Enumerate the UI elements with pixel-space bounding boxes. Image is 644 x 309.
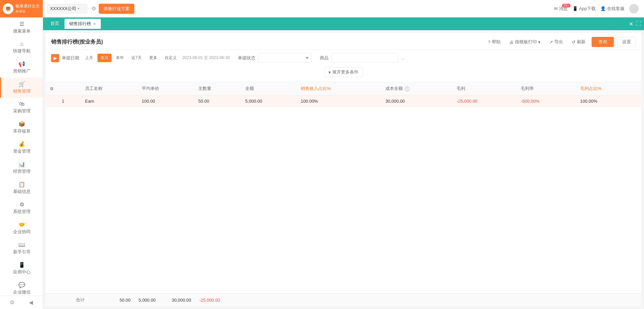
sidebar-item-label: 资金管理 — [13, 148, 31, 154]
app-icon: 📱 — [572, 6, 578, 11]
sidebar-settings-icon[interactable]: ⚙ — [10, 299, 14, 306]
tab-sales-ranking[interactable]: 销售排行榜 ✕ — [65, 19, 101, 29]
td-sales-pct: 100.00% — [297, 95, 381, 107]
date-btn-group: 上月 本月 本年 近7天 更多 自定义 — [82, 54, 180, 62]
company-name: XXXXXX公司 — [50, 6, 76, 12]
date-7days-btn[interactable]: 近7天 — [128, 54, 145, 62]
goods-input[interactable] — [331, 53, 398, 62]
logo-sub: 标准版 — [15, 9, 40, 14]
export-button[interactable]: ↗ 导出 — [547, 38, 566, 46]
sidebar-item-label: 销售管理 — [13, 88, 31, 94]
operations-icon: 📊 — [18, 161, 25, 167]
topbar-settings-icon[interactable]: ⚙ — [91, 5, 96, 12]
date-current-month-btn[interactable]: 本月 — [97, 54, 112, 62]
table-row: 1 Eam 100.00 50.00 5,000.00 100.00% 30,0… — [46, 95, 641, 107]
sidebar-item-label: 企业微信 — [13, 289, 31, 295]
th-profit-rate: 毛利率 — [517, 82, 576, 95]
trial-button[interactable]: 体验行业方案 — [99, 4, 134, 14]
date-range-display: 2023-06-01 至 2023-06-30 — [182, 55, 230, 61]
page-title: 销售排行榜(按业务员) — [51, 39, 103, 46]
content: 销售排行榜(按业务员) ? 帮助 🖨 按模板打印 ▾ ↗ 导出 — [43, 30, 644, 309]
page-container: 销售排行榜(按业务员) ? 帮助 🖨 按模板打印 ▾ ↗ 导出 — [46, 33, 641, 306]
sidebar-item-label: 新手引导 — [13, 249, 31, 255]
print-button[interactable]: 🖨 按模板打印 ▾ — [507, 38, 543, 46]
status-select[interactable] — [258, 53, 312, 62]
data-table: ⚙ 员工名称 平均单价 主数量 全额 销售收入占比% 成本全额 i 毛利 毛利率… — [46, 82, 641, 107]
sidebar-collapse-icon[interactable]: ◀ — [29, 299, 33, 306]
page-actions: ? 帮助 🖨 按模板打印 ▾ ↗ 导出 ↺ 刷新 — [485, 37, 636, 47]
td-profit-rate: -500.00% — [517, 95, 576, 107]
expand-filter-btn[interactable]: ▾ 展开更多条件 — [324, 67, 363, 77]
message-icon: ✉ — [554, 6, 558, 11]
online-service-item[interactable]: 👤 在线客服 — [600, 6, 625, 12]
th-profit-pct: 毛利占比% — [576, 82, 641, 95]
export-icon: ↗ — [549, 40, 553, 45]
help-icon: ? — [488, 40, 490, 45]
sidebar-item-inventory[interactable]: 📦库存核算 — [0, 117, 43, 138]
main: XXXXXX公司 ▾ ⚙ 体验行业方案 ✉ 消息 99+ 📱 App下载 👤 在… — [43, 0, 644, 309]
table-footer: 合计 50.00 5,000.00 30,000.00 -25,000.00 — [46, 293, 641, 306]
td-avg-price: 100.00 — [138, 95, 195, 107]
service-icon: 👤 — [600, 6, 606, 11]
footer-cost: 30,000.00 — [168, 298, 195, 303]
sidebar-item-shortcut[interactable]: ⌂快捷导航 — [0, 38, 43, 57]
th-amount: 全额 — [241, 82, 297, 95]
sidebar-item-label: 系统管理 — [13, 209, 31, 215]
sidebar-logo: 🐯 畅康通好生意 标准版 — [0, 0, 43, 17]
message-item[interactable]: ✉ 消息 99+ — [554, 6, 568, 12]
td-profit: -25,000.00 — [453, 95, 517, 107]
settings-button[interactable]: 设置 — [617, 37, 636, 47]
td-rank: 1 — [58, 95, 81, 107]
date-year-btn[interactable]: 本年 — [113, 54, 127, 62]
query-button[interactable]: 查询 — [592, 37, 614, 47]
company-selector[interactable]: XXXXXX公司 ▾ — [47, 4, 87, 13]
tab-expand-icon[interactable]: ⛶ — [636, 21, 641, 27]
date-more-btn[interactable]: 更多 — [146, 54, 160, 62]
sidebar-item-base[interactable]: 📋基础信息 — [0, 178, 43, 198]
sidebar-item-appstore[interactable]: 📱应用中心 — [0, 258, 43, 278]
help-button[interactable]: ? 帮助 — [485, 38, 503, 46]
refresh-button[interactable]: ↺ 刷新 — [569, 38, 588, 46]
avatar-item[interactable] — [629, 4, 640, 13]
sidebar-item-wechat[interactable]: 💬企业微信 — [0, 278, 43, 296]
date-custom-btn[interactable]: 自定义 — [162, 54, 180, 62]
logo-text: 畅康通好生意 — [15, 4, 40, 9]
chevron-down-icon: ▾ — [78, 7, 79, 10]
goods-more-icon[interactable]: ... — [401, 55, 405, 60]
sidebar-item-operations[interactable]: 📊经营管理 — [0, 158, 43, 178]
td-quantity: 50.00 — [194, 95, 241, 107]
sidebar-item-guide[interactable]: 📖新手引导 — [0, 238, 43, 258]
th-cost: 成本全额 i — [381, 82, 453, 95]
date-label: 单据日期 — [62, 55, 79, 61]
td-employee-name: Eam — [81, 95, 138, 107]
td-profit-pct: 100.00% — [576, 95, 641, 107]
footer-label: 合计 — [72, 297, 89, 303]
shortcut-icon: ⌂ — [20, 41, 24, 47]
sales-icon: 🛒 — [18, 81, 25, 87]
filter-toggle-icon[interactable]: ▶ — [51, 54, 59, 62]
appstore-icon: 📱 — [18, 262, 25, 268]
sidebar-item-search[interactable]: ☰搜索菜单 — [0, 17, 43, 38]
sidebar-item-sales[interactable]: 🛒销售管理 — [0, 78, 43, 98]
table-area: ⚙ 员工名称 平均单价 主数量 全额 销售收入占比% 成本全额 i 毛利 毛利率… — [46, 82, 641, 293]
sidebar-item-collab[interactable]: 🤝企业协同 — [0, 218, 43, 238]
date-prev-month-btn[interactable]: 上月 — [82, 54, 96, 62]
sidebar-item-system[interactable]: ⚙系统管理 — [0, 198, 43, 218]
th-quantity: 主数量 — [194, 82, 241, 95]
th-profit: 毛利 — [453, 82, 517, 95]
expand-row: ▾ 展开更多条件 — [51, 66, 636, 79]
base-icon: 📋 — [18, 181, 25, 188]
sidebar-item-finance[interactable]: 💰资金管理 — [0, 138, 43, 158]
tab-close-window-icon[interactable]: ✕ — [629, 21, 633, 27]
sidebar-item-purchase[interactable]: 🛍采购管理 — [0, 98, 43, 117]
sidebar-item-marketing[interactable]: 📢营销推广 — [0, 57, 43, 78]
cost-info-icon[interactable]: i — [405, 87, 410, 91]
app-download-item[interactable]: 📱 App下载 — [572, 6, 596, 12]
online-service-label: 在线客服 — [607, 6, 625, 12]
tab-home[interactable]: 首页 — [46, 18, 64, 30]
print-icon: 🖨 — [509, 40, 514, 45]
tab-close-icon[interactable]: ✕ — [93, 22, 96, 26]
th-settings[interactable]: ⚙ — [46, 82, 58, 95]
sidebar-item-label: 应用中心 — [13, 269, 31, 275]
guide-icon: 📖 — [18, 242, 25, 248]
